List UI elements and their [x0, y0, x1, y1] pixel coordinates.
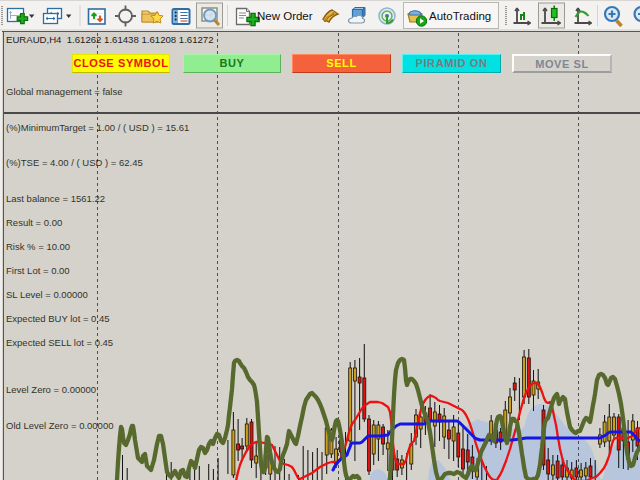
svg-text:AutoTrading: AutoTrading — [429, 10, 491, 22]
svg-text:New Order: New Order — [257, 10, 313, 22]
